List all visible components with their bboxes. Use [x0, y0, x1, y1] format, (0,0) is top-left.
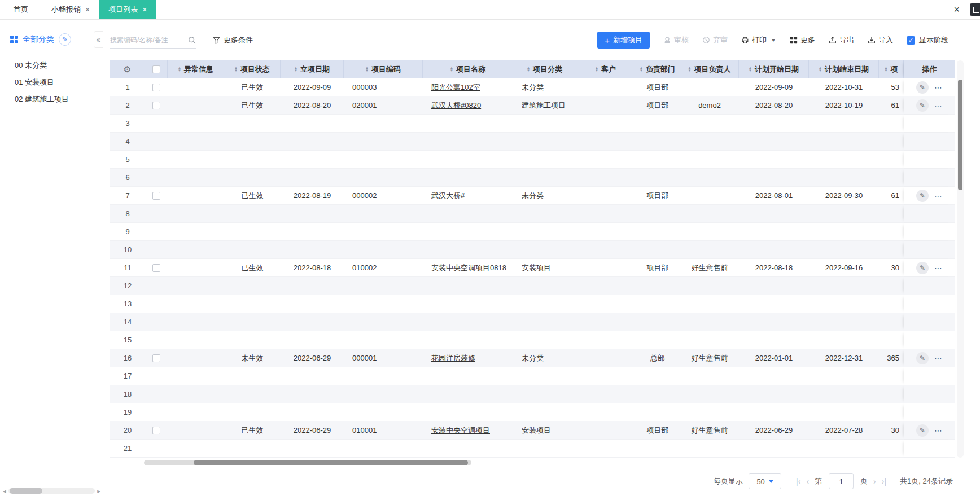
sort-icon[interactable]: ▲▼	[749, 67, 752, 72]
show-stage-toggle[interactable]: ✓ 显示阶段	[907, 35, 948, 45]
sort-icon[interactable]: ▲▼	[688, 67, 692, 72]
edit-icon[interactable]: ✎	[916, 99, 929, 112]
next-page-icon[interactable]: ›	[873, 477, 876, 486]
sort-icon[interactable]: ▲▼	[819, 67, 822, 72]
column-header-end[interactable]: ▲▼计划结束日期	[809, 60, 879, 78]
row-more-icon[interactable]: ⋯	[934, 426, 943, 435]
scrollbar-track[interactable]	[8, 488, 95, 494]
cell-leader	[680, 440, 739, 457]
category-title[interactable]: 全部分类	[23, 34, 54, 45]
row-checkbox[interactable]	[152, 354, 160, 362]
window-restore-icon[interactable]	[970, 3, 980, 16]
column-header-status[interactable]: ▲▼项目状态	[224, 60, 281, 78]
gear-icon[interactable]: ⚙	[124, 64, 131, 74]
pager: |‹ ‹ 第 页 › ›|	[796, 473, 886, 489]
tab-close-icon[interactable]: ×	[142, 6, 147, 14]
sidebar-item-install[interactable]: 01 安装项目	[0, 74, 103, 91]
column-header-customer[interactable]: ▲▼客户	[576, 60, 635, 78]
column-header-start[interactable]: ▲▼计划开始日期	[739, 60, 809, 78]
row-checkbox[interactable]	[152, 102, 160, 109]
search-icon[interactable]	[188, 36, 196, 44]
more-filters-button[interactable]: 更多条件	[213, 35, 253, 45]
sidebar-horizontal-scrollbar[interactable]: ◂ ▸	[2, 487, 101, 494]
import-icon	[868, 36, 876, 44]
column-header-days[interactable]: ▲▼项	[879, 60, 904, 78]
cell-code	[344, 223, 423, 240]
scrollbar-thumb[interactable]	[10, 488, 42, 494]
first-page-icon[interactable]: |‹	[796, 477, 800, 486]
edit-icon[interactable]: ✎	[916, 81, 929, 94]
discard-audit-button[interactable]: 弃审	[702, 35, 728, 45]
row-more-icon[interactable]: ⋯	[934, 101, 943, 110]
vertical-scrollbar-thumb[interactable]	[958, 80, 963, 190]
column-header-name[interactable]: ▲▼项目名称	[423, 60, 513, 78]
column-header-dept[interactable]: ▲▼负责部门	[635, 60, 680, 78]
print-button[interactable]: 打印 ▼	[741, 35, 776, 45]
cell-date	[281, 115, 344, 132]
last-page-icon[interactable]: ›|	[882, 477, 886, 486]
row-checkbox[interactable]	[152, 264, 160, 272]
tab-expense[interactable]: 小畅报销 ×	[42, 0, 99, 19]
project-name-link[interactable]: 武汉大桥#0820	[431, 100, 481, 111]
sort-icon[interactable]: ▲▼	[294, 67, 298, 72]
per-page-select[interactable]: 50	[749, 473, 781, 489]
add-project-button[interactable]: + 新增项目	[597, 32, 650, 49]
project-name-link[interactable]: 安装中央空调项目0818	[431, 263, 506, 273]
column-header-code[interactable]: ▲▼项目编码	[344, 60, 423, 78]
sort-icon[interactable]: ▲▼	[234, 67, 238, 72]
sort-icon[interactable]: ▲▼	[365, 67, 369, 72]
sort-icon[interactable]: ▲▼	[595, 67, 598, 72]
row-checkbox[interactable]	[152, 84, 160, 91]
row-checkbox[interactable]	[152, 427, 160, 434]
search-input[interactable]	[110, 36, 185, 44]
prev-page-icon[interactable]: ‹	[806, 477, 809, 486]
tab-close-icon[interactable]: ×	[85, 6, 90, 14]
project-name-link[interactable]: 安装中央空调项目	[431, 425, 490, 436]
project-name-link[interactable]: 花园洋房装修	[431, 353, 475, 363]
sort-icon[interactable]: ▲▼	[178, 67, 181, 72]
sort-icon[interactable]: ▲▼	[450, 67, 453, 72]
horizontal-scrollbar-thumb[interactable]	[194, 460, 468, 465]
cell-date: 2022-09-09	[281, 78, 344, 96]
import-button[interactable]: 导入	[868, 35, 893, 45]
tab-home[interactable]: 首页	[0, 0, 42, 19]
row-actions	[904, 403, 955, 421]
column-header-date[interactable]: ▲▼立项日期	[281, 60, 344, 78]
edit-icon[interactable]: ✎	[916, 190, 929, 202]
cell-customer	[576, 133, 635, 150]
column-header-leader[interactable]: ▲▼项目负责人	[680, 60, 739, 78]
tab-project-list[interactable]: 项目列表 ×	[99, 0, 156, 19]
sidebar-item-construction[interactable]: 02 建筑施工项目	[0, 91, 103, 108]
select-all-checkbox[interactable]	[152, 65, 160, 73]
close-icon[interactable]: ×	[950, 4, 963, 16]
column-header-abnormal[interactable]: ▲▼异常信息	[168, 60, 224, 78]
checkbox-checked-icon[interactable]: ✓	[907, 36, 915, 45]
audit-button[interactable]: 审核	[663, 35, 689, 45]
row-checkbox[interactable]	[152, 192, 160, 200]
sidebar-item-uncategorized[interactable]: 00 未分类	[0, 57, 103, 74]
row-more-icon[interactable]: ⋯	[934, 83, 943, 92]
row-more-icon[interactable]: ⋯	[934, 263, 943, 273]
sort-icon[interactable]: ▲▼	[640, 67, 643, 72]
scroll-left-icon[interactable]: ◂	[2, 488, 7, 494]
project-name-link[interactable]: 阳光公寓102室	[431, 82, 480, 93]
vertical-scrollbar[interactable]	[957, 60, 964, 458]
collapse-sidebar-button[interactable]: «	[94, 31, 103, 48]
horizontal-scrollbar[interactable]	[144, 460, 471, 465]
page-number-input[interactable]	[829, 473, 854, 489]
project-name-link[interactable]: 武汉大桥#	[431, 191, 465, 201]
edit-icon[interactable]: ✎	[916, 424, 929, 437]
edit-icon[interactable]: ✎	[916, 262, 929, 274]
edit-category-icon[interactable]: ✎	[59, 33, 71, 46]
cell-customer	[576, 259, 635, 276]
sort-icon[interactable]: ▲▼	[885, 67, 888, 72]
sort-icon[interactable]: ▲▼	[527, 67, 530, 72]
edit-icon[interactable]: ✎	[916, 352, 929, 364]
scroll-right-icon[interactable]: ▸	[97, 488, 101, 494]
export-button[interactable]: 导出	[829, 35, 854, 45]
row-select-cell	[145, 96, 168, 114]
row-more-icon[interactable]: ⋯	[934, 354, 943, 363]
column-header-category[interactable]: ▲▼项目分类	[513, 60, 576, 78]
more-actions-button[interactable]: 更多	[790, 35, 815, 45]
row-more-icon[interactable]: ⋯	[934, 191, 943, 200]
